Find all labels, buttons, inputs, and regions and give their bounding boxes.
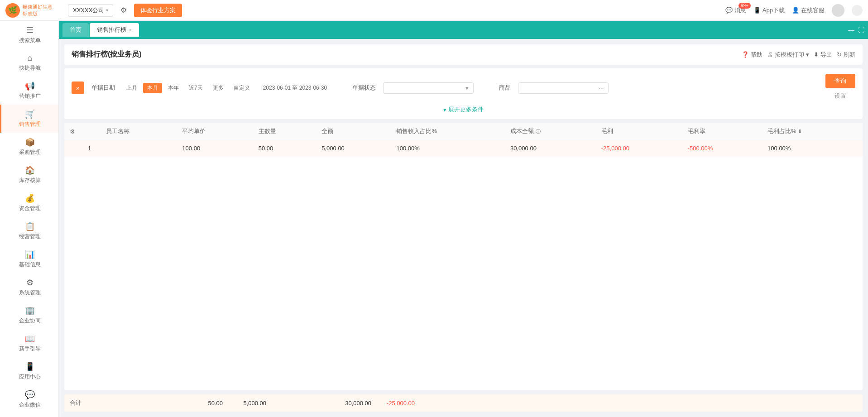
sidebar-item-wechat[interactable]: 💬 企业微信	[0, 385, 58, 413]
page-content: 销售排行榜(按业务员) ❓ 帮助 🖨 按模板打印 ▾ ⬇	[59, 39, 868, 417]
sidebar-label-inventory: 库存核算	[19, 177, 41, 184]
sidebar-label-sales: 销售管理	[19, 120, 41, 128]
gross-pct-sort-icon[interactable]: ⬇	[798, 129, 802, 134]
date-tab-more[interactable]: 更多	[209, 83, 228, 93]
tab-home-label: 首页	[70, 26, 82, 34]
help-button[interactable]: ❓ 帮助	[742, 51, 762, 59]
online-service-button[interactable]: 👤 在线客服	[792, 6, 825, 14]
goods-input[interactable]: ···	[518, 82, 609, 94]
expand-chevron-icon: ▾	[443, 106, 446, 113]
sidebar-label-search: 搜索菜单	[19, 37, 41, 44]
tab-fullscreen-icon[interactable]: ⛶	[858, 26, 864, 34]
refresh-button[interactable]: ↻ 刷新	[837, 51, 855, 59]
sidebar-item-marketing[interactable]: 📢 营销推广	[0, 77, 58, 105]
tab-bar: 首页 销售排行榜 × — ⛶	[59, 21, 868, 39]
cost-info-icon[interactable]: ⓘ	[536, 129, 541, 134]
row-rank-cell: 1	[82, 140, 101, 157]
row-employee-cell	[101, 140, 177, 157]
tab-home[interactable]: 首页	[62, 23, 89, 37]
base-info-icon: 📊	[25, 249, 35, 259]
sidebar-label-system: 系统管理	[19, 289, 41, 297]
user-avatar[interactable]	[832, 4, 844, 17]
col-settings[interactable]: ⚙	[64, 123, 82, 140]
table-body: 1 100.00 50.00 5,000.00 100.00% 30,000.0…	[64, 140, 863, 157]
date-tab-last-7-days[interactable]: 近7天	[185, 83, 207, 93]
topbar-settings-icon[interactable]: ⚙	[117, 4, 130, 17]
top-right-area: 💬 消息 99+ 📱 App下载 👤 在线客服	[725, 4, 863, 17]
filter-toggle-icon: »	[76, 84, 80, 91]
app-download-button[interactable]: 📱 App下载	[753, 6, 785, 14]
sidebar-item-base-info[interactable]: 📊 基础信息	[0, 245, 58, 273]
message-button[interactable]: 💬 消息 99+	[725, 6, 746, 14]
sidebar-item-purchase[interactable]: 📦 采购管理	[0, 133, 58, 161]
sidebar-item-guide[interactable]: 📖 新手引导	[0, 329, 58, 357]
date-tab-current-month[interactable]: 本月	[143, 83, 162, 93]
sidebar-item-app-center[interactable]: 📱 应用中心	[0, 357, 58, 385]
sidebar-item-vip[interactable]: V 畅会员	[0, 413, 58, 417]
page-header: 销售排行榜(按业务员) ❓ 帮助 🖨 按模板打印 ▾ ⬇	[64, 44, 863, 65]
message-icon: 💬	[725, 7, 733, 14]
col-gross: 毛利	[596, 123, 682, 140]
goods-filter-label: 商品	[499, 84, 511, 92]
footer-qty-val: 50.00	[187, 400, 223, 407]
wechat-icon: 💬	[25, 390, 35, 400]
sidebar-item-inventory[interactable]: 🏠 库存核算	[0, 161, 58, 189]
guide-icon: 📖	[25, 334, 35, 344]
sidebar-item-operations[interactable]: 📋 经营管理	[0, 217, 58, 245]
footer-gross: -25,000.00	[379, 400, 415, 407]
date-tab-last-month[interactable]: 上月	[122, 83, 141, 93]
template-print-button[interactable]: 🖨 按模板打印 ▾	[767, 51, 809, 59]
filter-settings-link[interactable]: 设置	[825, 90, 855, 102]
col-rank	[82, 123, 101, 140]
sidebar-item-search[interactable]: ☰ 搜索菜单	[0, 21, 58, 49]
content-area: 首页 销售排行榜 × — ⛶ 销售排行榜(按业务员)	[59, 21, 868, 417]
online-service-icon: 👤	[792, 7, 799, 14]
date-filter-label: 单据日期	[91, 84, 115, 92]
col-gross-rate: 毛利率	[682, 123, 762, 140]
footer-label: 合计	[70, 399, 82, 407]
logo-main-text: 畅康通好生意	[23, 4, 53, 10]
row-qty-cell: 50.00	[253, 140, 317, 157]
tab-close-icon[interactable]: ×	[129, 28, 132, 33]
logo-sub-text: 标准版	[23, 10, 53, 17]
export-label: 导出	[820, 51, 832, 59]
query-button[interactable]: 查询	[825, 74, 855, 88]
app-center-icon: 📱	[25, 362, 35, 372]
date-tab-current-year[interactable]: 本年	[164, 83, 183, 93]
sidebar: ☰ 搜索菜单 ⌂ 快捷导航 📢 营销推广 🛒 销售管理 📦 采购管理 🏠 库	[0, 21, 59, 417]
row-settings-cell	[64, 140, 82, 157]
tab-sales-rank[interactable]: 销售排行榜 ×	[90, 23, 139, 37]
user-name-area[interactable]	[852, 5, 863, 16]
online-service-label: 在线客服	[801, 6, 825, 14]
row-gross-cell: -25,000.00	[596, 140, 682, 157]
row-avg-price-cell: 100.00	[177, 140, 253, 157]
purchase-icon: 📦	[25, 137, 35, 147]
filter-toggle-button[interactable]: »	[72, 81, 84, 94]
sidebar-label-quick-nav: 快捷导航	[19, 64, 41, 72]
sidebar-label-wechat: 企业微信	[19, 401, 41, 409]
operations-icon: 📋	[25, 221, 35, 231]
company-selector[interactable]: XXXXX公司 ▾	[68, 4, 113, 17]
message-badge: 99+	[739, 3, 751, 9]
col-qty: 主数量	[253, 123, 317, 140]
sidebar-item-enterprise[interactable]: 🏢 企业协同	[0, 301, 58, 329]
status-filter-label: 单据状态	[352, 84, 376, 92]
export-button[interactable]: ⬇ 导出	[814, 51, 832, 59]
print-icon: 🖨	[767, 51, 773, 58]
sidebar-item-finance[interactable]: 💰 资金管理	[0, 189, 58, 217]
table-header: ⚙ 员工名称 平均单价 主数量 全额 销售收入占比% 成本全额 ⓘ 毛利 毛	[64, 123, 863, 140]
expand-more-button[interactable]: ▾ 展开更多条件	[443, 105, 484, 114]
main-area: ☰ 搜索菜单 ⌂ 快捷导航 📢 营销推广 🛒 销售管理 📦 采购管理 🏠 库	[0, 21, 868, 417]
sidebar-label-marketing: 营销推广	[19, 92, 41, 100]
sidebar-item-sales[interactable]: 🛒 销售管理	[0, 105, 58, 133]
sales-rank-table: ⚙ 员工名称 平均单价 主数量 全额 销售收入占比% 成本全额 ⓘ 毛利 毛	[64, 123, 863, 157]
date-tab-custom[interactable]: 自定义	[230, 83, 254, 93]
status-select[interactable]: ▾	[383, 82, 474, 94]
search-icon: ☰	[26, 25, 34, 35]
app-download-label: App下载	[762, 6, 785, 14]
experience-button[interactable]: 体验行业方案	[134, 4, 182, 17]
sidebar-item-quick-nav[interactable]: ⌂ 快捷导航	[0, 49, 58, 77]
tab-minimize-icon[interactable]: —	[848, 26, 854, 34]
footer-cost: 30,000.00	[335, 400, 371, 407]
sidebar-item-system[interactable]: ⚙ 系统管理	[0, 273, 58, 301]
